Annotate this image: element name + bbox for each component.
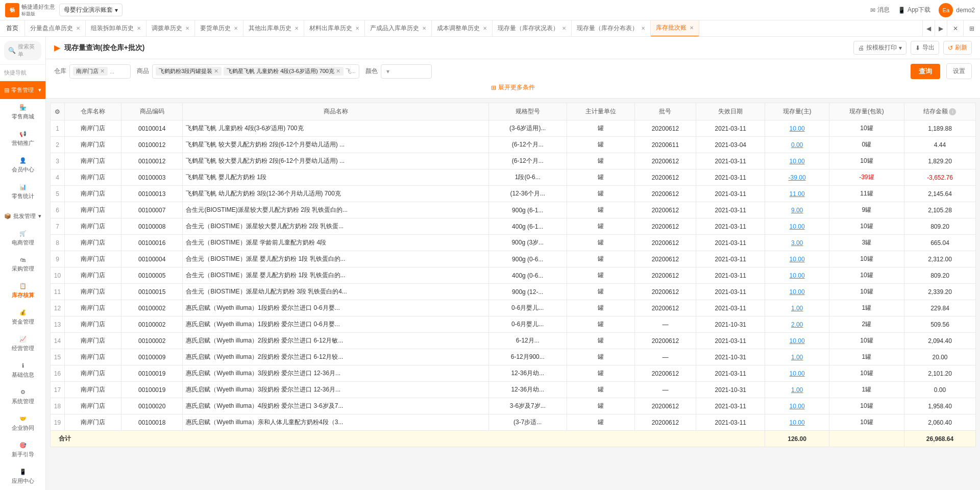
table-header-row: ⚙ 仓库名称 商品编码 商品名称 规格型号 主计量单位 批号 失效日期 现存量(… [51, 103, 976, 120]
tab-chengben[interactable]: 成本调整单历史 ✕ [432, 20, 493, 37]
sidebar-item-operations[interactable]: 📈 经营管理 [0, 331, 45, 357]
tab-qitachu[interactable]: 其他出库单历史 ✕ [243, 20, 304, 37]
cell-code: 00100019 [121, 365, 183, 382]
export-btn[interactable]: ⬇ 导出 [911, 41, 939, 55]
th-gear[interactable]: ⚙ [51, 103, 65, 120]
tab-zuchai[interactable]: 组装拆卸单历史 ✕ [86, 20, 146, 37]
store-selector[interactable]: 母婴行业演示账套 ▾ [59, 4, 122, 16]
sidebar-item-finance[interactable]: 💰 资金管理 [0, 304, 45, 331]
cell-code: 00100019 [121, 382, 183, 398]
cell-spec: 400g (0-6... [488, 267, 567, 284]
expand-more-btn[interactable]: ⊞ 展开更多条件 [54, 81, 972, 94]
tab-close-icon[interactable]: ✕ [185, 26, 189, 31]
amount-info-icon[interactable]: i [949, 108, 956, 115]
sidebar-item-marketing[interactable]: 📢 营销推广 [0, 126, 45, 152]
tab-kucun-pici[interactable]: 库存批次账 ✕ [651, 20, 699, 37]
refresh-icon: ↺ [948, 44, 953, 52]
tab-chengpin[interactable]: 产成品入库单历史 ✕ [365, 20, 432, 37]
tab-prev-btn[interactable]: ◀ [923, 20, 935, 37]
tab-close-icon[interactable]: ✕ [690, 25, 694, 31]
sidebar-item-sys[interactable]: ⚙ 系统管理 [0, 384, 45, 410]
sidebar-item-enterprise[interactable]: 🤝 企业协同 [0, 410, 45, 437]
product-more-btn[interactable]: 飞... [346, 67, 356, 75]
page-header: ▶ 现存量查询(按仓库+批次) 🖨 按模板打印 ▾ ⬇ 导出 ↺ 刷新 [46, 37, 980, 59]
tab-close-icon[interactable]: ✕ [562, 26, 566, 31]
tab-home[interactable]: 首页 [0, 20, 25, 37]
settings-btn[interactable]: 设置 [946, 63, 972, 79]
expand-toggle-btn[interactable]: ▶ [54, 43, 60, 53]
tab-close-icon[interactable]: ✕ [355, 26, 359, 31]
enterprise-label: 企业协同 [12, 424, 34, 432]
color-filter-input[interactable]: ▾ [381, 64, 432, 79]
table-row: 3 南岸门店 00100012 飞鹤星飞帆 较大婴儿配方奶粉 2段(6-12个月… [51, 153, 976, 169]
tab-cailiao[interactable]: 材料出库单历史 ✕ [304, 20, 365, 37]
operations-icon: 📈 [19, 336, 27, 342]
messages-btn[interactable]: ✉ 消息 [870, 6, 890, 14]
cell-unit: 罐 [567, 365, 634, 382]
refresh-btn[interactable]: ↺ 刷新 [943, 41, 972, 55]
cell-expire: 2021-10-31 [696, 349, 765, 365]
product-tag-2-close-icon[interactable]: ✕ [336, 68, 340, 75]
product-filter-input[interactable]: 飞鹤奶粉3段丙罐提装 ✕ 飞鹤星飞帆 儿童奶粉 4段(3-6岁适用) 700克 … [152, 64, 359, 79]
tab-close-icon[interactable]: ✕ [234, 26, 238, 31]
tab-yaohuo[interactable]: 要货单历史 ✕ [195, 20, 243, 37]
table-row: 12 南岸门店 00100002 惠氏启赋（Wyeth illuma）1段奶粉 … [51, 300, 976, 316]
appcenter-label: 应用中心 [12, 477, 34, 485]
sidebar-item-basic[interactable]: ℹ 基础信息 [0, 357, 45, 384]
sidebar-item-purchase[interactable]: 🛍 采购管理 [0, 252, 45, 278]
tab-expand-btn[interactable]: ⊞ [964, 20, 980, 37]
cell-num: 19 [51, 414, 65, 431]
sidebar-item-appcenter[interactable]: 📱 应用中心 [0, 463, 45, 490]
tab-close-icon[interactable]: ✕ [295, 26, 299, 31]
tab-close-icon[interactable]: ✕ [422, 26, 426, 31]
tab-next-btn[interactable]: ▶ [935, 20, 947, 37]
tab-close-icon[interactable]: ✕ [76, 26, 80, 31]
warehouse-more-btn[interactable]: ... [110, 68, 114, 75]
warehouse-filter-input[interactable]: 南岸门店 ✕ ... [69, 64, 131, 79]
product-tag-1-close-icon[interactable]: ✕ [214, 68, 218, 75]
cell-amount: 509.56 [904, 316, 975, 333]
search-box[interactable]: 🔍 搜索英单 [4, 41, 41, 60]
tab-close-icon[interactable]: ✕ [483, 26, 487, 31]
cell-warehouse: 南岸门店 [65, 218, 121, 235]
cell-name: 飞鹤星飞帆 儿童奶粉 4段(3-6岁适用) 700克 [183, 120, 488, 137]
cell-amount: 4.44 [904, 137, 975, 153]
cell-qty-pkg: 10罐 [829, 333, 904, 349]
sidebar-item-ecom[interactable]: 🛒 电商管理 [0, 225, 45, 252]
tab-xianzai-kucun[interactable]: 现存量（库存状况表） ✕ [493, 20, 572, 37]
expand-more-icon: ⊞ [491, 84, 496, 91]
cell-qty-main: 10.00 [765, 120, 829, 137]
tab-tiaopai[interactable]: 调拨单历史 ✕ [146, 20, 195, 37]
sidebar-item-wholesale[interactable]: 📦 批发管理 ▾ [0, 207, 45, 225]
user-area[interactable]: Ea demo2 [939, 3, 975, 17]
warehouse-tag-1[interactable]: 南岸门店 ✕ [73, 67, 108, 76]
template-print-btn[interactable]: 🖨 按模板打印 ▾ [853, 41, 906, 55]
cell-qty-main[interactable]: -39.00 [765, 169, 829, 186]
cell-batch: 20200612 [634, 169, 696, 186]
cell-qty-main: 10.00 [765, 398, 829, 414]
table-row: 9 南岸门店 00100004 合生元（BIOSTIME）派星 婴儿配方奶粉 1… [51, 251, 976, 267]
query-btn[interactable]: 查询 [911, 64, 940, 79]
table-row: 2 南岸门店 00100012 飞鹤星飞帆 较大婴儿配方奶粉 2段(6-12个月… [51, 137, 976, 153]
tab-fenpan[interactable]: 分量盘点单历史 ✕ [25, 20, 86, 37]
cell-expire: 2021-10-31 [696, 316, 765, 333]
tab-close-icon[interactable]: ✕ [641, 26, 645, 31]
sidebar-item-retail-stat[interactable]: 📊 零售统计 [0, 179, 45, 205]
product-tag-1[interactable]: 飞鹤奶粉3段丙罐提装 ✕ [156, 67, 222, 76]
warehouse-tag-close-icon[interactable]: ✕ [100, 68, 105, 75]
cell-qty-main: 1.00 [765, 300, 829, 316]
sidebar-item-guide[interactable]: 🎯 新手引导 [0, 437, 45, 463]
sidebar-item-retail-shop[interactable]: 🏪 零售商城 [0, 99, 45, 126]
refresh-label: 刷新 [955, 43, 967, 52]
app-download-btn[interactable]: 📱 App下载 [898, 6, 930, 14]
cell-warehouse: 南岸门店 [65, 414, 121, 431]
tab-close-icon[interactable]: ✕ [137, 26, 141, 31]
tab-xianzai-fenbiao[interactable]: 现存量（库存分布表） ✕ [572, 20, 651, 37]
sidebar-item-stock[interactable]: 📋 库存核算 [0, 278, 45, 304]
sidebar-item-retail-mgmt[interactable]: ▤ 零售管理 ▾ [0, 81, 45, 99]
product-tag-2[interactable]: 飞鹤星飞帆 儿童奶粉 4段(3-6岁适用) 700克 ✕ [224, 67, 344, 76]
cell-num: 13 [51, 316, 65, 333]
sidebar-item-member[interactable]: 👤 会员中心 [0, 152, 45, 179]
main-layout: 🔍 搜索英单 快捷导航 ▤ 零售管理 ▾ 🏪 零售商城 📢 营销推广 👤 会员中… [0, 37, 980, 490]
tab-close-all-btn[interactable]: ✕ [947, 20, 964, 37]
